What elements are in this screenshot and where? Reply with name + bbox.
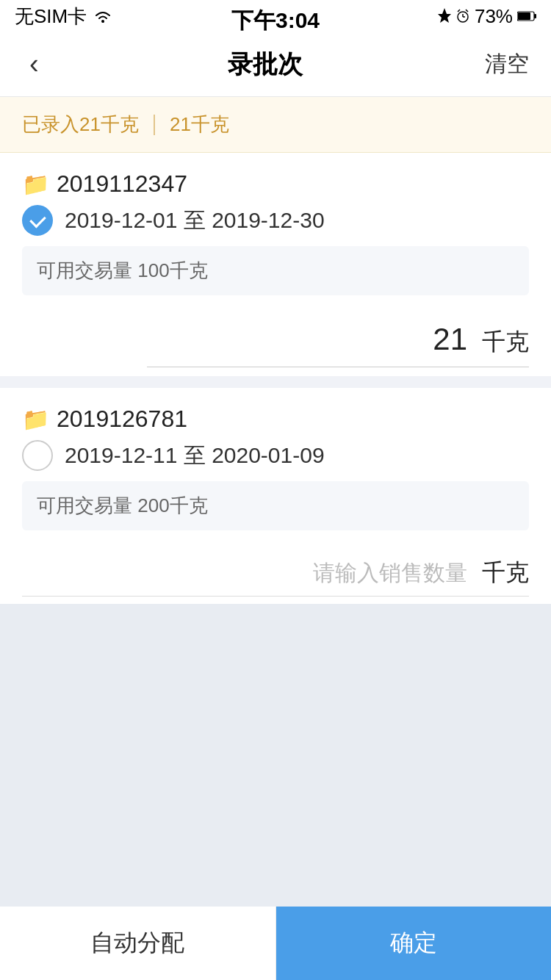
batch-2-underline	[22, 596, 529, 597]
batch-1-quantity-row: 21 千克	[0, 307, 551, 376]
back-button[interactable]: ‹	[22, 41, 46, 87]
batch-card-2: 📁 2019126781 2019-12-11 至 2020-01-09 可用交…	[0, 388, 551, 604]
batch-1-date: 2019-12-01 至 2019-12-30	[65, 206, 325, 236]
status-time: 下午3:04	[231, 6, 320, 36]
batch-1-qty-value: 21	[433, 322, 467, 357]
alarm-icon	[455, 9, 470, 24]
recorded-label: 已录入21千克	[22, 112, 139, 137]
svg-rect-6	[534, 14, 536, 18]
carrier-label: 无SIM卡	[15, 4, 87, 29]
batch-2-available: 可用交易量 200千克	[22, 481, 529, 530]
batch-2-date-row: 2019-12-11 至 2020-01-09	[0, 440, 551, 471]
batch-2-input-row[interactable]: 请输入销售数量 千克	[0, 542, 551, 604]
svg-point-0	[101, 20, 104, 23]
location-icon	[438, 8, 451, 24]
recorded-value: 21千克	[170, 112, 229, 137]
nav-bar: ‹ 录批次 清空	[0, 32, 551, 97]
auto-distribute-button[interactable]: 自动分配	[0, 907, 276, 980]
batch-1-date-row: 2019-12-01 至 2019-12-30	[0, 205, 551, 236]
confirm-button[interactable]: 确定	[276, 907, 552, 980]
empty-area	[0, 604, 551, 942]
batch-1-icon: 📁	[22, 171, 49, 197]
batch-1-available: 可用交易量 100千克	[22, 246, 529, 295]
bottom-bar: 自动分配 确定	[0, 907, 551, 980]
wifi-icon	[93, 9, 113, 24]
info-banner: 已录入21千克 21千克	[0, 97, 551, 153]
battery-icon	[517, 11, 536, 21]
batch-2-header: 📁 2019126781	[0, 388, 551, 440]
status-right: 73%	[438, 5, 536, 28]
batch-2-icon: 📁	[22, 406, 49, 432]
clear-button[interactable]: 清空	[485, 49, 529, 79]
batch-1-qty-unit: 千克	[482, 326, 529, 359]
batch-1-header: 📁 2019112347	[0, 153, 551, 205]
svg-rect-5	[518, 12, 530, 20]
batch-2-input-placeholder[interactable]: 请输入销售数量	[22, 558, 467, 588]
status-bar: 无SIM卡 下午3:04 73%	[0, 0, 551, 32]
batch-2-input-unit: 千克	[482, 557, 529, 589]
batch-1-radio[interactable]	[22, 205, 53, 236]
batch-1-id: 2019112347	[57, 170, 187, 198]
batch-2-radio[interactable]	[22, 440, 53, 471]
status-left: 无SIM卡	[15, 4, 113, 29]
batch-1-qty-line	[147, 367, 529, 367]
battery-label: 73%	[475, 5, 513, 28]
banner-divider	[154, 115, 155, 135]
page-title: 录批次	[228, 48, 303, 82]
batch-2-date: 2019-12-11 至 2020-01-09	[65, 441, 325, 471]
batch-2-id: 2019126781	[57, 406, 187, 433]
card-divider	[0, 376, 551, 388]
batch-card-1: 📁 2019112347 2019-12-01 至 2019-12-30 可用交…	[0, 153, 551, 376]
